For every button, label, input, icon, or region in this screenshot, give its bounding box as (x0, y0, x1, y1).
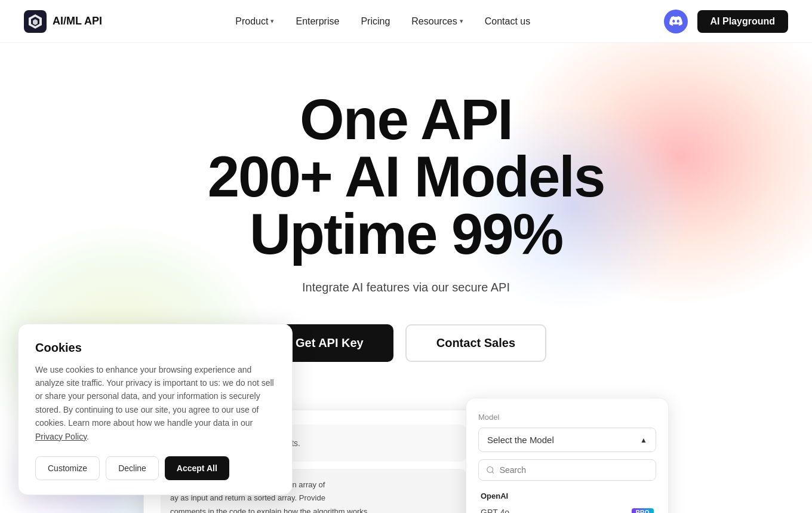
model-select-button[interactable]: Select the Model ▲ (478, 428, 656, 452)
cookie-title: Cookies (35, 341, 275, 355)
nav-enterprise[interactable]: Enterprise (296, 16, 339, 27)
model-section-openai: OpenAI (478, 488, 656, 503)
pro-badge: PRO (632, 508, 654, 514)
search-icon (486, 465, 495, 475)
logo-link[interactable]: AI/ML API (24, 10, 102, 33)
cookie-text: We use cookies to enhance your browsing … (35, 363, 275, 443)
hero-subtitle: Integrate AI features via our secure API (208, 281, 605, 294)
nav-right: AI Playground (664, 10, 788, 33)
svg-point-1 (487, 466, 493, 472)
privacy-policy-link[interactable]: Privacy Policy (35, 432, 87, 441)
chevron-up-icon: ▲ (640, 436, 647, 444)
chevron-down-icon: ▾ (270, 17, 274, 25)
model-card-label: Model (478, 413, 656, 422)
ai-playground-button[interactable]: AI Playground (697, 10, 788, 33)
logo-text: AI/ML API (53, 15, 102, 27)
navbar: AI/ML API Product ▾ Enterprise Pricing R… (0, 0, 812, 43)
chevron-down-icon-2: ▾ (460, 17, 463, 25)
customize-button[interactable]: Customize (35, 456, 100, 480)
nav-product[interactable]: Product ▾ (235, 16, 274, 27)
decline-button[interactable]: Decline (106, 456, 159, 480)
nav-resources[interactable]: Resources ▾ (411, 16, 463, 27)
hero-title-3: Uptime 99% (208, 205, 605, 263)
contact-sales-button[interactable]: Contact Sales (405, 324, 546, 362)
nav-pricing[interactable]: Pricing (361, 16, 390, 27)
logo-icon (24, 10, 47, 33)
model-search-box[interactable] (478, 459, 656, 481)
model-select-placeholder: Select the Model (487, 435, 554, 445)
hero-title-1: One API (208, 91, 605, 148)
cookie-buttons: Customize Decline Accept All (35, 456, 275, 480)
model-list: OpenAI GPT 4o PRO GPT o3-mini PRO Deepse… (478, 488, 656, 513)
nav-links: Product ▾ Enterprise Pricing Resources ▾… (235, 16, 530, 27)
model-search-input[interactable] (500, 465, 648, 475)
cookie-banner: Cookies We use cookies to enhance your b… (18, 324, 293, 495)
model-card: Model Select the Model ▲ OpenAI GPT 4o P… (466, 398, 669, 513)
discord-button[interactable] (664, 10, 688, 33)
discord-icon (669, 16, 682, 26)
hero-title-2: 200+ AI Models (208, 148, 605, 205)
nav-contact[interactable]: Contact us (485, 16, 530, 27)
accept-all-button[interactable]: Accept All (165, 456, 229, 480)
model-item-gpt4o[interactable]: GPT 4o PRO (478, 503, 656, 513)
